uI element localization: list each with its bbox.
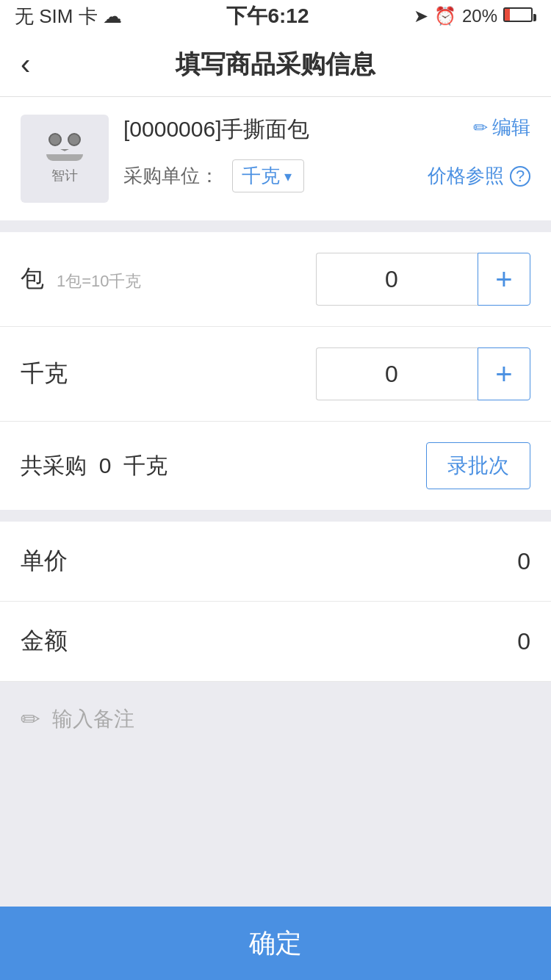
nav-bar: ‹ 填写商品采购信息 xyxy=(0,32,551,97)
remark-section[interactable]: ✏ 输入备注 xyxy=(0,682,551,757)
qianke-label: 千克 xyxy=(21,358,316,390)
edit-button[interactable]: ✏ 编辑 xyxy=(473,115,530,140)
sim-status: 无 SIM 卡 ☁ xyxy=(15,4,122,29)
total-text: 共采购 0 千克 xyxy=(21,451,168,481)
amount-row: 金额 0 xyxy=(0,602,551,682)
unit-selector: 采购单位： 千克 ▾ xyxy=(123,159,304,192)
qianke-input-row: 千克 + xyxy=(0,327,551,422)
price-row: 单价 0 xyxy=(0,522,551,602)
qianke-plus-button[interactable]: + xyxy=(478,347,530,400)
alarm-icon: ⏰ xyxy=(434,6,456,26)
product-header: [0000006]手撕面包 ✏ 编辑 xyxy=(123,115,530,145)
status-time: 下午6:12 xyxy=(226,2,309,30)
remark-placeholder: 输入备注 xyxy=(52,705,134,733)
product-card: 智计 [0000006]手撕面包 ✏ 编辑 采购单位： 千克 ▾ xyxy=(0,97,551,220)
bao-input-row: 包 1包=10千克 + xyxy=(0,232,551,327)
status-left: 无 SIM 卡 ☁ xyxy=(15,4,122,29)
price-ref-button[interactable]: 价格参照 ? xyxy=(428,163,530,189)
amount-label: 金额 xyxy=(21,625,68,657)
bao-plus-button[interactable]: + xyxy=(478,253,530,306)
qianke-input[interactable] xyxy=(316,347,478,400)
qianke-number-box: + xyxy=(316,347,530,400)
section-divider-1 xyxy=(0,220,551,232)
status-bar: 无 SIM 卡 ☁ 下午6:12 ➤ ⏰ 20% xyxy=(0,0,551,32)
unit-label: 采购单位： xyxy=(123,165,219,187)
edit-icon: ✏ xyxy=(473,118,488,138)
back-button[interactable]: ‹ xyxy=(21,48,30,81)
status-right: ➤ ⏰ 20% xyxy=(414,6,536,26)
confirm-button[interactable]: 确定 xyxy=(0,907,551,980)
battery-percent: 20% xyxy=(462,6,497,26)
data-section: 单价 0 金额 0 xyxy=(0,522,551,682)
product-logo: 智计 xyxy=(39,133,90,184)
location-icon: ➤ xyxy=(414,6,428,26)
page-title: 填写商品采购信息 xyxy=(176,48,375,82)
price-value: 0 xyxy=(517,548,530,575)
bao-input[interactable] xyxy=(316,253,478,306)
bao-number-box: + xyxy=(316,253,530,306)
product-image: 智计 xyxy=(21,115,109,203)
product-name: [0000006]手撕面包 xyxy=(123,115,309,145)
total-row: 共采购 0 千克 录批次 xyxy=(0,422,551,510)
batch-button[interactable]: 录批次 xyxy=(426,442,530,489)
amount-value: 0 xyxy=(517,628,530,655)
bao-label: 包 1包=10千克 xyxy=(21,263,316,295)
section-divider-2 xyxy=(0,510,551,522)
battery-icon xyxy=(503,6,536,26)
unit-dropdown[interactable]: 千克 ▾ xyxy=(232,159,304,192)
dropdown-arrow-icon: ▾ xyxy=(284,167,292,185)
question-icon: ? xyxy=(510,166,530,187)
bao-sublabel: 1包=10千克 xyxy=(57,272,142,290)
input-section: 包 1包=10千克 + 千克 + 共采购 0 千克 录批次 xyxy=(0,232,551,510)
product-info: [0000006]手撕面包 ✏ 编辑 采购单位： 千克 ▾ 价格参照 ? xyxy=(123,115,530,192)
unit-row: 采购单位： 千克 ▾ 价格参照 ? xyxy=(123,159,530,192)
price-label: 单价 xyxy=(21,545,68,577)
pencil-icon: ✏ xyxy=(21,705,40,733)
